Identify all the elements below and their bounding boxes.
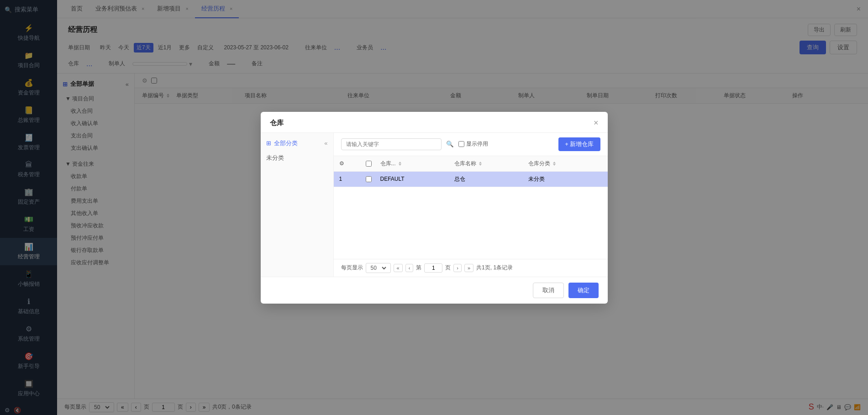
modal-last-page[interactable]: » — [464, 264, 473, 272]
modal-close-btn[interactable]: × — [594, 118, 599, 128]
modal-row-category: 未分类 — [528, 175, 602, 183]
modal-pagination: 每页显示 50 100 « ‹ 第 页 › » 共1页, 1条记录 — [334, 259, 608, 277]
modal-first-page[interactable]: « — [394, 264, 403, 272]
modal-table-row[interactable]: 1 DEFAULT 总仓 未分类 — [334, 172, 608, 187]
modal-per-page-wrapper[interactable]: 50 100 — [366, 263, 391, 273]
modal-footer: 取消 确定 — [261, 277, 608, 304]
tree-all-label[interactable]: 全部分类 — [274, 139, 298, 147]
modal-col-name: 仓库名称 — [454, 160, 528, 168]
modal-col-settings: ⚙ — [339, 160, 358, 167]
modal-tree-header: ⊞ 全部分类 « — [261, 137, 333, 150]
show-disabled-checkbox[interactable] — [458, 141, 464, 147]
modal-sort-name[interactable] — [479, 162, 482, 166]
modal-row-name: 总仓 — [454, 175, 528, 183]
confirm-button[interactable]: 确定 — [568, 283, 599, 298]
modal-search-btn[interactable]: 🔍 — [446, 141, 454, 147]
modal-row-checkbox[interactable] — [358, 176, 380, 182]
modal-prev-page[interactable]: ‹ — [405, 264, 414, 272]
modal-row-code: DEFAULT — [380, 176, 454, 182]
modal-body: ⊞ 全部分类 « 未分类 🔍 显示停用 + 新增仓库 — [261, 133, 608, 277]
modal-sort-category[interactable] — [553, 162, 556, 166]
modal-table-header: ⚙ 仓库... 仓库名称 仓库分类 — [334, 156, 608, 172]
modal-toolbar: 🔍 显示停用 + 新增仓库 — [334, 133, 608, 156]
modal-table: ⚙ 仓库... 仓库名称 仓库分类 — [334, 156, 608, 259]
tree-item-uncategorized[interactable]: 未分类 — [261, 150, 333, 166]
modal-per-page-select[interactable]: 50 100 — [369, 264, 388, 272]
modal-header: 仓库 × — [261, 112, 608, 133]
modal-tree-panel: ⊞ 全部分类 « 未分类 — [261, 133, 334, 277]
modal-col-code: 仓库... — [380, 160, 454, 168]
modal-sort-code[interactable] — [399, 162, 401, 166]
modal-select-all[interactable] — [366, 161, 372, 167]
modal-next-page[interactable]: › — [453, 264, 462, 272]
modal-search-input[interactable] — [341, 138, 442, 150]
modal-col-checkbox — [358, 161, 380, 167]
cancel-button[interactable]: 取消 — [533, 283, 564, 298]
modal-row-index: 1 — [339, 176, 358, 182]
modal-total-records: 共1页, 1条记录 — [476, 264, 513, 272]
add-warehouse-btn[interactable]: + 新增仓库 — [558, 137, 600, 151]
modal-page-input[interactable] — [424, 263, 442, 273]
modal-right-content: 🔍 显示停用 + 新增仓库 ⚙ 仓库... — [334, 133, 608, 277]
modal-col-settings-icon[interactable]: ⚙ — [339, 160, 344, 167]
modal-title: 仓库 — [270, 119, 284, 127]
tree-grid-icon: ⊞ — [266, 140, 271, 147]
show-disabled-label[interactable]: 显示停用 — [458, 140, 488, 148]
warehouse-modal: 仓库 × ⊞ 全部分类 « 未分类 🔍 显示停用 + 新增仓库 — [261, 112, 608, 304]
tree-collapse-btn[interactable]: « — [324, 140, 327, 147]
modal-col-category: 仓库分类 — [528, 160, 602, 168]
